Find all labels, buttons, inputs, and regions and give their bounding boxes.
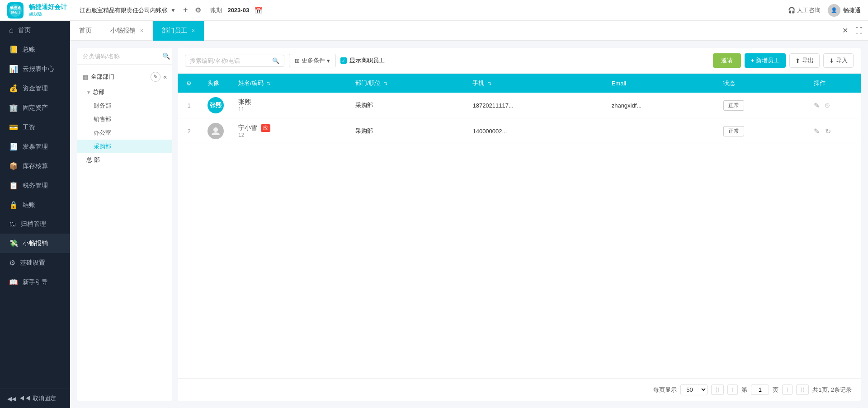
dept-collapse-button[interactable]: « [163, 73, 167, 80]
edit-icon[interactable]: ✎ [814, 127, 820, 136]
employee-search-input[interactable] [190, 57, 269, 64]
settings-top-button[interactable]: ⚙ [195, 6, 201, 14]
col-phone[interactable]: 手机 ⇅ [465, 74, 604, 93]
first-page-button[interactable]: ⟨⟨ [711, 385, 724, 395]
sidebar-item-ledger[interactable]: 📒 总账 [0, 40, 70, 59]
row2-actions: ✎ ↻ [807, 118, 861, 144]
sidebar-item-invoice[interactable]: 🧾 发票管理 [0, 137, 70, 156]
table-settings-icon[interactable]: ⚙ [186, 80, 192, 87]
show-resigned-checkbox[interactable]: ✓ [340, 57, 347, 64]
sidebar-item-guide[interactable]: 📖 新手引导 [0, 272, 70, 292]
headset-icon: 🎧 [788, 7, 795, 14]
tab-home[interactable]: 首页 [70, 21, 101, 41]
tab-close-button[interactable]: ✕ [840, 24, 850, 37]
sidebar-item-inventory[interactable]: 📦 库存核算 [0, 156, 70, 176]
collapse-triangle-icon: ▼ [86, 90, 91, 95]
payroll-icon: 💳 [9, 123, 18, 131]
row1-num: 1 [178, 93, 200, 118]
dept-purchase-label: 采购部 [94, 143, 111, 150]
sidebar-label-closing: 结账 [23, 201, 35, 209]
user-area[interactable]: 👤 畅捷通 [828, 4, 861, 17]
user-icon: 👤 [831, 7, 837, 13]
app-subtitle: 旗舰版 [29, 11, 67, 17]
last-page-button[interactable]: ⟩⟩ [796, 385, 809, 395]
edit-icon[interactable]: ✎ [814, 101, 820, 110]
page-content: 🔍 ▦ 全部部门 ✎ « ▼ 总部 财 [70, 41, 868, 408]
invite-button[interactable]: 邀请 [713, 53, 741, 68]
dept-office[interactable]: 办公室 [77, 126, 172, 140]
sidebar-item-reports[interactable]: 📊 云报表中心 [0, 59, 70, 79]
tab-expense-close[interactable]: × [140, 28, 143, 34]
row1-name-code: 张熙 11 [231, 93, 348, 118]
row1-phone: 18720211117... [465, 93, 604, 118]
toolbar: 🔍 ⊞ 更多条件 ▾ ✓ 显示离职员工 邀请 [178, 48, 861, 74]
sidebar-item-expense[interactable]: 💸 小畅报销 [0, 234, 70, 253]
dept-search-input[interactable] [83, 53, 159, 60]
app-title-area: 畅捷通好会计 旗舰版 [29, 3, 67, 17]
sidebar-item-fund[interactable]: 💰 资金管理 [0, 79, 70, 98]
employee-search-icon[interactable]: 🔍 [272, 57, 279, 64]
page-word: 第 [741, 386, 747, 394]
support-button[interactable]: 🎧 人工咨询 [788, 6, 821, 14]
sidebar-item-closing[interactable]: 🔒 结账 [0, 195, 70, 215]
prev-page-button[interactable]: ⟨ [727, 385, 738, 395]
dept-general[interactable]: 总 部 [77, 153, 172, 167]
add-employee-button[interactable]: + 新增员工 [745, 53, 786, 68]
tab-dept-employee[interactable]: 部门员工 × [153, 21, 204, 41]
refresh-icon[interactable]: ↻ [825, 127, 831, 136]
page-size-select[interactable]: 50 20 100 [680, 384, 708, 395]
row1-avatar: 张熙 [200, 93, 231, 118]
tab-expense[interactable]: 小畅报销 × [101, 21, 153, 41]
dept-sales[interactable]: 销售部 [77, 113, 172, 126]
tab-dept-close[interactable]: × [192, 28, 195, 34]
col-name-code[interactable]: 姓名/编码 ⇅ [231, 74, 348, 93]
sidebar-label-inventory: 库存核算 [23, 162, 48, 170]
page-total: 共1页, 2条记录 [812, 386, 852, 394]
export-button[interactable]: ⬆ 导出 [789, 53, 820, 68]
sidebar-item-assets[interactable]: 🏢 固定资产 [0, 98, 70, 117]
more-conditions-button[interactable]: ⊞ 更多条件 ▾ [289, 54, 336, 67]
email-value: zhangxidf... [612, 102, 642, 109]
invoice-icon: 🧾 [9, 142, 18, 151]
closing-icon: 🔒 [9, 201, 18, 209]
row2-avatar [200, 118, 231, 144]
sidebar-label-guide: 新手引导 [23, 278, 48, 286]
pin-icon: ◀◀ [7, 395, 16, 402]
next-page-button[interactable]: ⟩ [782, 385, 793, 395]
dept-edit-button[interactable]: ✎ [151, 72, 160, 82]
calendar-icon[interactable]: 📅 [255, 7, 262, 14]
logout-icon[interactable]: ⎋ [825, 101, 830, 109]
import-button[interactable]: ⬇ 导入 [823, 53, 854, 68]
employee-code: 11 [238, 106, 341, 113]
company-selector[interactable]: 江西服宝精品有限责任公司内账张 ▼ [80, 6, 176, 14]
sidebar-item-archive[interactable]: 🗂 归档管理 [0, 215, 70, 234]
sidebar-item-home[interactable]: ⌂ 首页 [0, 21, 70, 40]
sidebar-label-expense: 小畅报销 [23, 239, 48, 248]
dept-header-headquarters[interactable]: ▼ 总部 [77, 85, 172, 99]
dept-search-icon[interactable]: 🔍 [162, 52, 170, 60]
page-number-input[interactable] [751, 385, 769, 395]
sidebar-label-ledger: 总账 [23, 46, 35, 54]
dept-search-box: 🔍 [77, 48, 172, 65]
show-resigned-checkbox-area[interactable]: ✓ 显示离职员工 [340, 56, 385, 65]
col-email: Email [604, 74, 716, 93]
sidebar: ⌂ 首页 📒 总账 📊 云报表中心 💰 资金管理 🏢 固定资产 💳 工资 🧾 发… [0, 21, 70, 408]
col-status: 状态 [716, 74, 807, 93]
col-avatar: 头像 [200, 74, 231, 93]
sidebar-item-payroll[interactable]: 💳 工资 [0, 117, 70, 137]
sidebar-item-settings[interactable]: ⚙ 基础设置 [0, 253, 70, 272]
tab-maximize-button[interactable]: ⛶ [854, 25, 864, 37]
row2-num: 2 [178, 118, 200, 144]
add-employee-label: + 新增员工 [751, 56, 779, 65]
all-departments-row[interactable]: ▦ 全部部门 ✎ « [77, 68, 172, 85]
sort-phone-icon: ⇅ [488, 81, 491, 86]
phone-value: 18720211117... [472, 102, 513, 109]
sidebar-item-tax[interactable]: 📋 税务管理 [0, 176, 70, 195]
col-dept[interactable]: 部门/职位 ⇅ [348, 74, 465, 93]
col-settings[interactable]: ⚙ [178, 74, 200, 93]
dept-purchase[interactable]: 采购部 [77, 140, 172, 153]
dept-finance[interactable]: 财务部 [77, 99, 172, 113]
pin-button[interactable]: ◀◀ ◀◀ 取消固定 [0, 389, 70, 408]
add-top-button[interactable]: + [181, 5, 190, 15]
row1-actions: ✎ ⎋ [807, 93, 861, 118]
